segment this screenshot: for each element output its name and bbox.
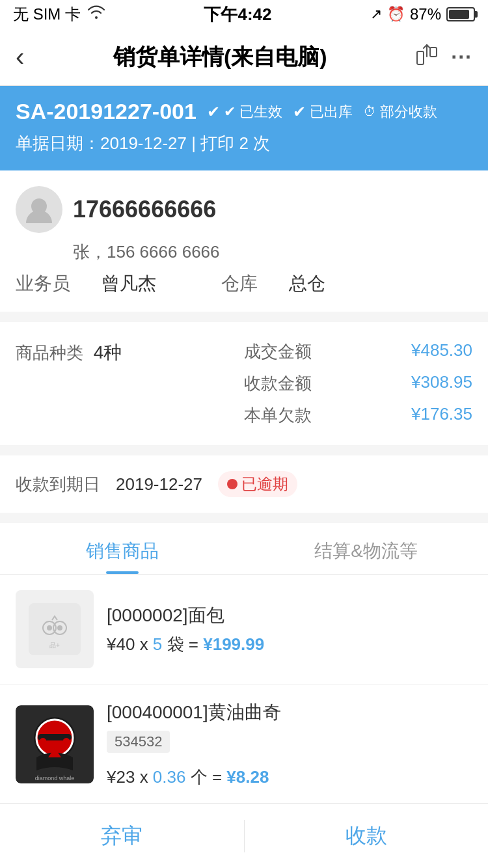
warehouse-label: 仓库 — [221, 271, 258, 296]
svg-text:品+: 品+ — [49, 642, 60, 649]
svg-point-7 — [57, 625, 62, 631]
bottom-bar: 弃审 收款 — [0, 803, 488, 868]
stats-left: 商品种类 4种 — [16, 340, 244, 365]
product-price-1: ¥40 x 5 袋 = ¥199.99 — [107, 633, 472, 656]
badge-effective: ✔ ✔ 已生效 — [207, 102, 282, 122]
status-bar: 无 SIM 卡 下午4:42 ↗ ⏰ 87% — [0, 0, 488, 29]
product-item-1: 品+ [0000002]面包 ¥40 x 5 袋 = ¥199.99 — [0, 575, 488, 685]
category-row: 商品种类 4种 — [16, 340, 244, 365]
payment-value: ¥308.95 — [411, 372, 472, 395]
product-info-1: [0000002]面包 ¥40 x 5 袋 = ¥199.99 — [107, 603, 472, 656]
svg-point-14 — [39, 738, 47, 748]
meta-sep: | — [191, 133, 200, 153]
customer-sub: 张，156 6666 6666 — [16, 241, 472, 264]
status-time: 下午4:42 — [204, 3, 271, 26]
salesperson-label: 业务员 — [16, 271, 70, 296]
tab-settlement[interactable]: 结算&物流等 — [244, 523, 488, 574]
due-date-label: 收款到期日 — [16, 473, 100, 496]
avatar — [16, 186, 62, 233]
overdue-label: 已逾期 — [241, 474, 288, 495]
order-meta: 单据日期：2019-12-27 | 打印 2 次 — [16, 132, 472, 155]
svg-text:diamond whale: diamond whale — [35, 775, 75, 781]
product-name-2: [000400001]黄油曲奇 — [107, 700, 472, 725]
back-button[interactable]: ‹ — [16, 42, 24, 72]
customer-info-row: 业务员 曾凡杰 仓库 总仓 — [16, 271, 472, 296]
nav-actions: ··· — [416, 44, 472, 70]
check-icon-2: ✔ — [293, 103, 306, 121]
debt-label: 本单欠款 — [244, 404, 312, 427]
customer-name: 17666666666 — [73, 196, 216, 223]
nav-bar: ‹ 销货单详情(来自电脑) ··· — [0, 29, 488, 86]
product-name-1: [0000002]面包 — [107, 603, 472, 628]
product-item-2: diamond whale [000400001]黄油曲奇 534532 ¥23… — [0, 685, 488, 805]
product-sku-badge: 534532 — [107, 731, 170, 753]
deal-amount-label: 成交金额 — [244, 340, 312, 363]
order-header: SA-20191227-001 ✔ ✔ 已生效 ✔ 已出库 ⏱ 部分收款 单据日… — [0, 86, 488, 170]
abandon-review-button[interactable]: 弃审 — [0, 809, 244, 863]
order-id-row: SA-20191227-001 ✔ ✔ 已生效 ✔ 已出库 ⏱ 部分收款 — [16, 99, 472, 124]
badge-shipped: ✔ 已出库 — [293, 102, 353, 122]
deal-amount-row: 成交金额 ¥485.30 — [244, 340, 472, 363]
svg-point-6 — [47, 625, 52, 631]
tabs-bar: 销售商品 结算&物流等 — [0, 523, 488, 575]
svg-rect-1 — [430, 47, 437, 57]
overdue-badge: 已逾期 — [218, 471, 297, 497]
carrier-label: 无 SIM 卡 — [13, 4, 81, 25]
product-thumb-1: 品+ — [16, 590, 94, 668]
order-date-label: 单据日期：2019-12-27 — [16, 133, 187, 153]
product-price-2: ¥23 x 0.36 个 = ¥8.28 — [107, 766, 472, 789]
location-icon: ↗ — [370, 6, 382, 23]
collect-payment-button[interactable]: 收款 — [245, 809, 489, 863]
svg-rect-0 — [417, 51, 424, 64]
svg-point-15 — [62, 738, 70, 748]
order-print-count: 打印 2 次 — [200, 133, 270, 153]
customer-row: 17666666666 — [16, 186, 472, 233]
salesperson-value: 曾凡杰 — [102, 271, 156, 296]
more-icon[interactable]: ··· — [451, 45, 472, 69]
share-icon[interactable] — [416, 44, 438, 70]
status-left: 无 SIM 卡 — [13, 4, 105, 25]
badge-partial-payment: ⏱ 部分收款 — [363, 102, 437, 122]
payment-label: 收款金额 — [244, 372, 312, 395]
battery-icon — [446, 7, 475, 21]
order-id: SA-20191227-001 — [16, 99, 197, 124]
deal-amount-value: ¥485.30 — [411, 340, 472, 363]
alarm-icon: ⏰ — [387, 6, 405, 23]
due-date-value: 2019-12-27 — [116, 474, 202, 495]
wifi-icon — [87, 5, 105, 23]
product-thumb-2: diamond whale — [16, 705, 94, 783]
product-info-2: [000400001]黄油曲奇 534532 ¥23 x 0.36 个 = ¥8… — [107, 700, 472, 789]
status-right: ↗ ⏰ 87% — [370, 5, 475, 23]
payment-row: 收款金额 ¥308.95 — [244, 372, 472, 395]
battery-percent: 87% — [410, 5, 441, 23]
debt-row: 本单欠款 ¥176.35 — [244, 404, 472, 427]
clock-icon: ⏱ — [363, 104, 376, 119]
stats-section: 商品种类 4种 成交金额 ¥485.30 收款金额 ¥308.95 本单欠款 ¥… — [0, 322, 488, 445]
check-icon-1: ✔ — [207, 103, 220, 121]
category-value: 4种 — [94, 342, 122, 362]
stats-right: 成交金额 ¥485.30 收款金额 ¥308.95 本单欠款 ¥176.35 — [244, 340, 472, 427]
debt-value: ¥176.35 — [411, 404, 472, 427]
overdue-dot-icon — [227, 479, 237, 489]
page-title: 销货单详情(来自电脑) — [113, 42, 327, 72]
tab-products[interactable]: 销售商品 — [0, 523, 244, 574]
due-date-section: 收款到期日 2019-12-27 已逾期 — [0, 455, 488, 513]
category-label: 商品种类 — [16, 343, 83, 362]
customer-section: 17666666666 张，156 6666 6666 业务员 曾凡杰 仓库 总… — [0, 170, 488, 312]
warehouse-value: 总仓 — [289, 271, 325, 296]
